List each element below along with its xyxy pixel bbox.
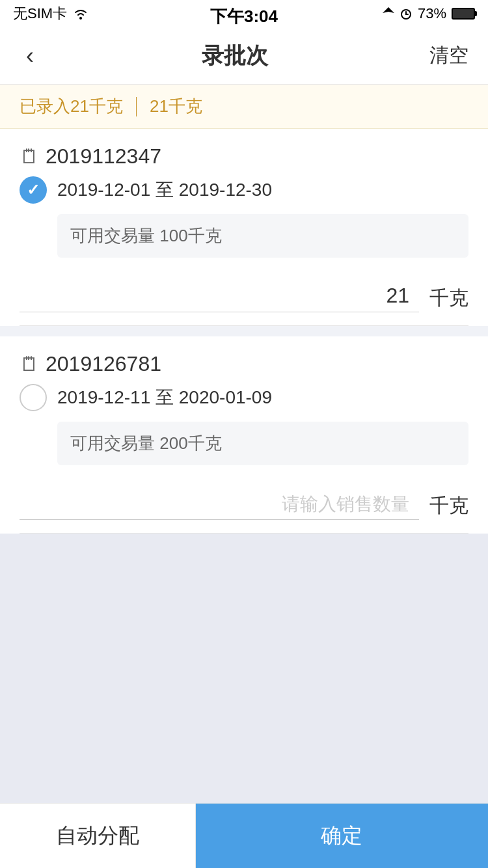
status-bar: 无SIM卡 下午3:04 73%: [0, 0, 488, 27]
auto-distribute-button[interactable]: 自动分配: [0, 804, 196, 868]
wifi-icon: [72, 7, 89, 20]
batch-date-row-1: 2019-12-01 至 2019-12-30: [20, 176, 468, 204]
empty-area: [0, 534, 488, 820]
banner-divider: [136, 97, 137, 116]
battery-percent: 73%: [418, 5, 446, 22]
input-wrapper-2: [20, 491, 419, 520]
batch-date-1: 2019-12-01 至 2019-12-30: [57, 178, 272, 202]
batch-card-1: 🗒 2019112347 2019-12-01 至 2019-12-30 可用交…: [0, 129, 488, 326]
doc-icon-1: 🗒: [20, 146, 39, 168]
batch-item-2: 🗒 2019126781 2019-12-11 至 2020-01-09 可用交…: [0, 336, 488, 534]
confirm-button[interactable]: 确定: [196, 804, 488, 868]
unit-label-2: 千克: [429, 493, 468, 519]
quantity-input-2[interactable]: [158, 491, 419, 515]
radio-button-2[interactable]: [20, 384, 47, 411]
batch-input-row-1: 千克: [20, 273, 468, 326]
alarm-icon: [400, 7, 413, 20]
battery-icon: [452, 8, 475, 20]
status-right: 73%: [383, 5, 475, 22]
quantity-input-1[interactable]: [158, 284, 419, 308]
unit-label-1: 千克: [429, 285, 468, 312]
recorded-amount-label: 已录入21千克: [20, 95, 123, 118]
batch-date-2: 2019-12-11 至 2020-01-09: [57, 385, 272, 410]
svg-point-0: [79, 17, 82, 20]
batch-date-row-2: 2019-12-11 至 2020-01-09: [20, 384, 468, 411]
radio-button-1[interactable]: [20, 176, 47, 204]
section-divider: [0, 326, 488, 336]
batch-header-2: 🗒 2019126781: [20, 352, 468, 376]
batch-qty-1: 可用交易量 100千克: [57, 214, 468, 258]
back-button[interactable]: ‹: [20, 36, 40, 76]
sim-text: 无SIM卡: [13, 4, 67, 23]
batch-item-1: 🗒 2019112347 2019-12-01 至 2019-12-30 可用交…: [0, 129, 488, 326]
batch-header-1: 🗒 2019112347: [20, 144, 468, 169]
status-time: 下午3:04: [210, 5, 278, 28]
batch-qty-2: 可用交易量 200千克: [57, 422, 468, 465]
input-underline-2: [20, 519, 419, 520]
input-wrapper-1: [20, 284, 419, 312]
nav-bar: ‹ 录批次 清空: [0, 27, 488, 85]
batch-input-row-2: 千克: [20, 481, 468, 534]
batch-id-2: 2019126781: [46, 352, 161, 376]
batch-id-1: 2019112347: [46, 144, 161, 169]
status-left: 无SIM卡: [13, 4, 89, 23]
doc-icon-2: 🗒: [20, 353, 39, 375]
amount-value: 21千克: [150, 95, 202, 118]
page-title: 录批次: [202, 41, 268, 71]
location-icon: [383, 7, 394, 20]
input-underline-1: [20, 312, 419, 312]
bottom-bar: 自动分配 确定: [0, 803, 488, 868]
batch-card-2: 🗒 2019126781 2019-12-11 至 2020-01-09 可用交…: [0, 336, 488, 534]
clear-button[interactable]: 清空: [429, 42, 468, 69]
info-banner: 已录入21千克 21千克: [0, 85, 488, 129]
